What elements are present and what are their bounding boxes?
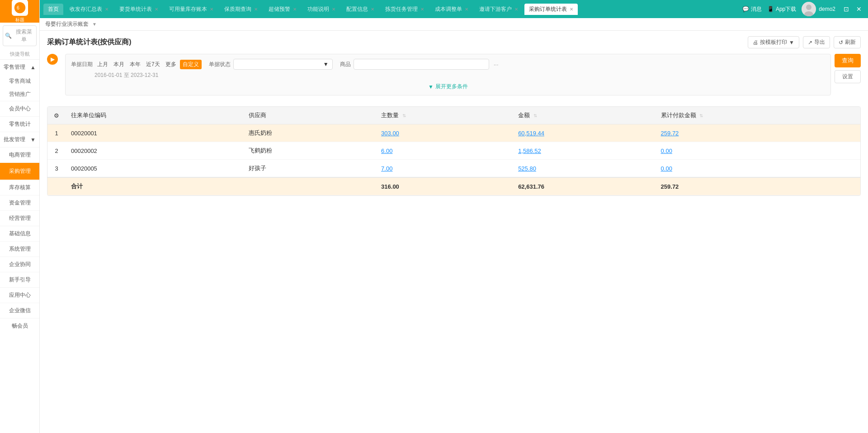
row1-qty-link[interactable]: 303.00 [381, 130, 399, 137]
message-icon: 💬 [742, 6, 749, 12]
tab-cost-adjust[interactable]: 成本调整单 ✕ [430, 4, 473, 15]
tab-home[interactable]: 首页 [43, 4, 63, 15]
shortcut-last-month[interactable]: 上月 [95, 60, 110, 69]
row2-amount-link[interactable]: 1,586.52 [518, 148, 541, 154]
dropdown-icon[interactable]: ▼ [92, 22, 97, 27]
row2-supplier: 飞鹤奶粉 [243, 142, 376, 160]
data-table-container: ⚙ 往来单位编码 供应商 主数量 ⇅ 金额 [47, 106, 861, 196]
sidebar-item-retail-store[interactable]: 零售商城 [0, 75, 39, 88]
shortcut-this-year[interactable]: 本年 [128, 60, 142, 69]
tab-overstock-alert[interactable]: 超储预警 ✕ [264, 4, 301, 15]
close-tab-pick-task[interactable]: ✕ [420, 7, 424, 12]
sidebar-item-wholesale[interactable]: 批发管理 ▼ [0, 132, 39, 147]
print-btn[interactable]: 🖨 按模板打印 ▼ [748, 36, 799, 48]
user-avatar [802, 2, 816, 16]
sidebar-item-purchase[interactable]: 采购管理 [0, 162, 39, 180]
close-btn[interactable]: ✕ [854, 4, 864, 14]
close-tab-func-desc[interactable]: ✕ [332, 7, 335, 12]
goods-label: 商品 [340, 61, 351, 68]
row3-qty-link[interactable]: 7.00 [381, 165, 392, 172]
restore-btn[interactable]: ⊡ [841, 4, 852, 14]
page-title: 采购订单统计表(按供应商) [47, 38, 132, 47]
sidebar-item-retail[interactable]: 零售管理 ▲ [0, 60, 39, 75]
sidebar-item-inventory[interactable]: 库存核算 [0, 180, 39, 195]
date-label: 单据日期 [71, 61, 93, 68]
settings-icon[interactable]: ⚙ [54, 112, 59, 119]
close-tab-purchase-stats[interactable]: ✕ [155, 7, 158, 12]
shortcut-custom[interactable]: 自定义 [180, 60, 202, 69]
row1-code: 00020001 [66, 124, 243, 142]
search-menu-btn[interactable]: 🔍 搜索菜单 [0, 23, 39, 49]
topbar-actions: 💬 消息 📱 App下载 demo2 ⊡ ✕ [742, 2, 864, 16]
sidebar-item-retail-stats[interactable]: 零售统计 [0, 116, 39, 132]
window-buttons: ⊡ ✕ [841, 4, 864, 14]
refresh-btn[interactable]: ↺ 刷新 [834, 36, 861, 48]
header-info-bar: 母婴行业演示账套 ▼ [40, 18, 868, 31]
tab-func-desc[interactable]: 功能说明 ✕ [303, 4, 340, 15]
col-code-header: 往来单位编码 [66, 107, 243, 124]
sidebar-item-system[interactable]: 系统管理 [0, 241, 39, 257]
tab-purchase-stats[interactable]: 要货单统计表 ✕ [115, 4, 163, 15]
row2-code: 00020002 [66, 142, 243, 160]
col-settings-header[interactable]: ⚙ [47, 107, 66, 124]
status-select[interactable]: ▼ [233, 59, 333, 70]
sidebar-item-finance[interactable]: 资金管理 [0, 195, 39, 210]
row1-amount-link[interactable]: 60,519.44 [518, 130, 544, 137]
close-tab-config-info[interactable]: ✕ [371, 7, 374, 12]
filter-toggle-btn[interactable]: ▶ [47, 54, 58, 65]
close-tab-expiry-query[interactable]: ✕ [254, 7, 258, 12]
tab-invite-downstream[interactable]: 邀请下游客户 ✕ [475, 4, 523, 15]
filter-area: 单据日期 上月 本月 本年 近7天 更多 自定义 单据状态 [65, 54, 831, 95]
expand-more-btn[interactable]: ▼ 展开更多条件 [428, 83, 468, 90]
close-tab-receive-summary[interactable]: ✕ [105, 7, 108, 12]
sidebar-item-basic[interactable]: 基础信息 [0, 226, 39, 241]
tab-inventory-book[interactable]: 可用量库存账本 ✕ [165, 4, 218, 15]
export-btn[interactable]: ↗ 导出 [803, 36, 830, 48]
table-row: 2 00020002 飞鹤奶粉 6.00 1,586.52 [47, 142, 860, 160]
close-tab-cost-adjust[interactable]: ✕ [465, 7, 468, 12]
user-info[interactable]: demo2 [802, 2, 835, 16]
tab-receive-summary[interactable]: 收发存汇总表 ✕ [65, 4, 113, 15]
row1-paid-link[interactable]: 259.72 [661, 130, 679, 137]
goods-ellipsis-btn[interactable]: ··· [492, 59, 500, 70]
col-amount-header: 金额 ⇅ [513, 107, 655, 124]
tab-purchase-order-stats[interactable]: 采购订单统计表 ✕ [524, 4, 578, 15]
brand-logo[interactable]: 6 标题 [0, 0, 39, 23]
tab-expiry-query[interactable]: 保质期查询 ✕ [220, 4, 262, 15]
close-tab-overstock-alert[interactable]: ✕ [293, 7, 297, 12]
quick-nav-label: 快捷导航 [0, 49, 39, 60]
filter-settings-btn[interactable]: 设置 [835, 70, 861, 83]
table-body: 1 00020001 惠氏奶粉 303.00 60,519.44 [47, 124, 860, 178]
row2-qty-link[interactable]: 6.00 [381, 148, 392, 154]
qty-sort-icon: ⇅ [402, 113, 406, 118]
sidebar-item-ops[interactable]: 经营管理 [0, 210, 39, 226]
sidebar-item-wechat[interactable]: 企业微信 [0, 303, 39, 318]
sidebar-item-marketing[interactable]: 营销推广 [0, 88, 39, 101]
shortcut-this-month[interactable]: 本月 [112, 60, 126, 69]
close-tab-purchase-order-stats[interactable]: ✕ [570, 7, 573, 12]
footer-row: 合计 316.00 62,631.76 259.72 [47, 177, 860, 195]
close-tab-inventory-book[interactable]: ✕ [210, 7, 213, 12]
row3-amount-link[interactable]: 525.80 [518, 165, 536, 172]
goods-input[interactable] [354, 59, 489, 70]
sidebar-item-ecom[interactable]: 电商管理 [0, 147, 39, 162]
search-menu-input[interactable]: 🔍 搜索菜单 [3, 25, 37, 46]
close-tab-invite-downstream[interactable]: ✕ [514, 7, 518, 12]
tab-config-info[interactable]: 配置信息 ✕ [342, 4, 379, 15]
query-btn[interactable]: 查询 [835, 54, 861, 67]
account-name: 母婴行业演示账套 [45, 20, 89, 28]
row2-paid-link[interactable]: 0.00 [661, 148, 672, 154]
sidebar-item-guide[interactable]: 新手引导 [0, 272, 39, 287]
message-btn[interactable]: 💬 消息 [742, 5, 762, 13]
shortcut-more[interactable]: 更多 [164, 60, 178, 69]
main-content: 首页 收发存汇总表 ✕ 要货单统计表 ✕ 可用量库存账本 ✕ 保质期查询 ✕ 超… [40, 0, 868, 433]
sidebar-item-appstore[interactable]: 应用中心 [0, 287, 39, 303]
table-footer: 合计 316.00 62,631.76 259.72 [47, 177, 860, 195]
sidebar-item-member[interactable]: 会员中心 [0, 101, 39, 116]
sidebar-item-collab[interactable]: 企业协同 [0, 257, 39, 272]
sidebar-item-vip[interactable]: 畅会员 [0, 318, 39, 333]
row3-paid-link[interactable]: 0.00 [661, 165, 672, 172]
tab-pick-task[interactable]: 拣货任务管理 ✕ [381, 4, 429, 15]
shortcut-7days[interactable]: 近7天 [144, 60, 162, 69]
app-download-btn[interactable]: 📱 App下载 [767, 5, 796, 13]
